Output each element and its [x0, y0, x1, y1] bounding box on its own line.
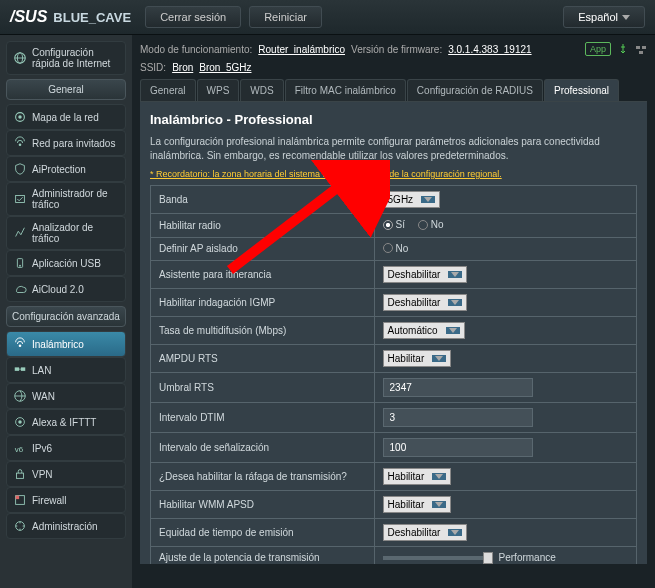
svg-rect-21 — [636, 46, 640, 49]
sidebar-item-vpn[interactable]: VPN — [6, 461, 126, 487]
sidebar-item-label: WAN — [32, 391, 55, 402]
svg-rect-10 — [15, 367, 19, 371]
igmp-value: Deshabilitar — [388, 297, 441, 308]
chevron-down-icon — [448, 299, 462, 306]
row-txpower-label: Ajuste de la potencia de transmisión — [151, 547, 375, 565]
tab-general[interactable]: General — [140, 79, 196, 101]
chevron-down-icon — [448, 271, 462, 278]
radio-icon — [383, 243, 393, 253]
svg-point-5 — [19, 143, 22, 146]
language-select[interactable]: Español — [563, 6, 645, 28]
panel-title: Inalámbrico - Professional — [150, 112, 637, 127]
globe-icon — [13, 51, 27, 65]
tab-wps[interactable]: WPS — [197, 79, 240, 101]
timezone-warning-link[interactable]: * Recordatorio: la zona horaria del sist… — [150, 169, 637, 179]
roaming-select[interactable]: Deshabilitar — [383, 266, 468, 283]
sidebar-item-red-para-invitados[interactable]: Red para invitados — [6, 130, 126, 156]
ssid1-link[interactable]: Bron — [172, 62, 193, 73]
ssid2-link[interactable]: Bron_5GHz — [199, 62, 251, 73]
radio-no-label: No — [431, 219, 444, 230]
sidebar-item-lan[interactable]: LAN — [6, 357, 126, 383]
sidebar-item-firewall[interactable]: Firewall — [6, 487, 126, 513]
sidebar-head-advanced: Configuración avanzada — [6, 306, 126, 327]
fw-link[interactable]: 3.0.1.4.383_19121 — [448, 44, 531, 55]
sidebar-icon — [13, 493, 27, 507]
sidebar-item-label: Firewall — [32, 495, 66, 506]
band-value: 5GHz — [388, 194, 414, 205]
chevron-down-icon — [448, 529, 462, 536]
band-select[interactable]: 5GHz — [383, 191, 441, 208]
sidebar: Configuración rápida de Internet General… — [0, 35, 132, 588]
panel-description: La configuración profesional inalámbrica… — [150, 135, 637, 163]
tab-configuración-de-radius[interactable]: Configuración de RADIUS — [407, 79, 543, 101]
logout-button[interactable]: Cerrar sesión — [145, 6, 241, 28]
sidebar-item-label: Aplicación USB — [32, 258, 101, 269]
sidebar-item-inalámbrico[interactable]: Inalámbrico — [6, 331, 126, 357]
sidebar-icon — [13, 415, 27, 429]
mode-link[interactable]: Router_inalámbrico — [258, 44, 345, 55]
chevron-down-icon — [421, 196, 435, 203]
radio-enable-no[interactable]: No — [418, 219, 444, 230]
svg-point-4 — [18, 115, 22, 119]
sidebar-item-analizador-de-tráfico[interactable]: Analizador de tráfico — [6, 216, 126, 250]
txpower-slider[interactable]: Performance — [383, 552, 628, 563]
beacon-input[interactable] — [383, 438, 533, 457]
brand-logo: /SUS — [10, 8, 47, 26]
sidebar-icon — [13, 162, 27, 176]
sidebar-icon — [13, 389, 27, 403]
dtim-input[interactable] — [383, 408, 533, 427]
sidebar-quick-setup[interactable]: Configuración rápida de Internet — [6, 41, 126, 75]
ap-isolated-no[interactable]: No — [383, 243, 409, 254]
chevron-down-icon — [432, 501, 446, 508]
sidebar-item-ipv6[interactable]: v6IPv6 — [6, 435, 126, 461]
svg-point-15 — [18, 420, 22, 424]
sidebar-icon — [13, 256, 27, 270]
reboot-button[interactable]: Reiniciar — [249, 6, 322, 28]
mode-label: Modo de funcionamiento: — [140, 44, 252, 55]
row-burst-label: ¿Desea habilitar la ráfaga de transmisió… — [151, 463, 375, 491]
sidebar-item-label: Alexa & IFTTT — [32, 417, 96, 428]
svg-rect-19 — [16, 496, 20, 500]
sidebar-icon — [13, 136, 27, 150]
airtime-select[interactable]: Deshabilitar — [383, 524, 468, 541]
tab-wds[interactable]: WDS — [240, 79, 283, 101]
sidebar-head-general: General — [6, 79, 126, 100]
row-radio-label: Habilitar radio — [151, 214, 375, 238]
tab-filtro-mac-inalámbrico[interactable]: Filtro MAC inalámbrico — [285, 79, 406, 101]
rts-input[interactable] — [383, 378, 533, 397]
burst-value: Habilitar — [388, 471, 425, 482]
radio-yes-label: Sí — [396, 219, 405, 230]
fw-label: Versión de firmware: — [351, 44, 442, 55]
row-band-label: Banda — [151, 186, 375, 214]
language-label: Español — [578, 11, 618, 23]
mcast-value: Automático — [388, 325, 438, 336]
svg-rect-23 — [639, 51, 643, 54]
sidebar-item-alexa-ifttt[interactable]: Alexa & IFTTT — [6, 409, 126, 435]
sidebar-item-label: Mapa de la red — [32, 112, 99, 123]
wmm-select[interactable]: Habilitar — [383, 496, 452, 513]
tab-professional[interactable]: Professional — [544, 79, 619, 101]
sidebar-item-administración[interactable]: Administración — [6, 513, 126, 539]
svg-point-9 — [19, 344, 22, 347]
ampdu-select[interactable]: Habilitar — [383, 350, 452, 367]
app-button[interactable]: App — [585, 42, 611, 56]
sidebar-item-aicloud-2.0[interactable]: AiCloud 2.0 — [6, 276, 126, 302]
igmp-select[interactable]: Deshabilitar — [383, 294, 468, 311]
sidebar-item-aiprotection[interactable]: AiProtection — [6, 156, 126, 182]
roaming-value: Deshabilitar — [388, 269, 441, 280]
sidebar-icon — [13, 467, 27, 481]
radio-enable-yes[interactable]: Sí — [383, 219, 405, 230]
row-ampdu-label: AMPDU RTS — [151, 345, 375, 373]
mcast-select[interactable]: Automático — [383, 322, 465, 339]
row-roaming-label: Asistente para itinerancia — [151, 261, 375, 289]
sidebar-icon — [13, 192, 27, 206]
sidebar-item-mapa-de-la-red[interactable]: Mapa de la red — [6, 104, 126, 130]
sidebar-item-label: LAN — [32, 365, 51, 376]
burst-select[interactable]: Habilitar — [383, 468, 452, 485]
sidebar-icon — [13, 282, 27, 296]
sidebar-item-wan[interactable]: WAN — [6, 383, 126, 409]
sidebar-item-aplicación-usb[interactable]: Aplicación USB — [6, 250, 126, 276]
ap-no-label: No — [396, 243, 409, 254]
sidebar-item-administrador-de-tráfico[interactable]: Administrador de tráfico — [6, 182, 126, 216]
svg-rect-17 — [17, 473, 24, 478]
